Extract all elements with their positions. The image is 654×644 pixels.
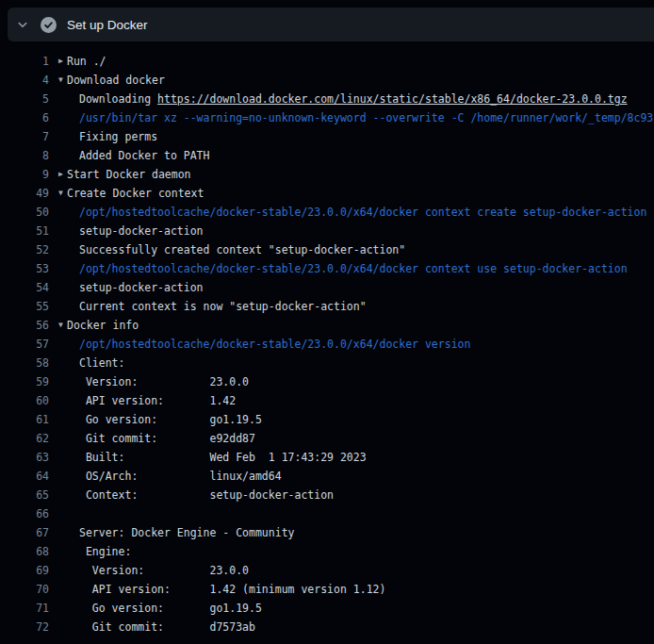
log-line: 67Server: Docker Engine - Community	[0, 523, 654, 542]
line-number[interactable]: 54	[0, 278, 49, 297]
log-line: 62 Git commit: e92dd87	[0, 429, 654, 448]
log-plain-text: Version: 23.0.0	[79, 375, 249, 388]
log-group-row[interactable]: 4▼Download docker	[0, 71, 654, 90]
group-expanded-icon: ▼	[55, 184, 67, 203]
log-group-row[interactable]: 56▼Docker info	[0, 316, 654, 335]
line-number[interactable]: 49	[0, 184, 49, 203]
line-number[interactable]: 52	[0, 240, 49, 259]
group-collapsed-icon: ▶	[55, 165, 67, 184]
line-number[interactable]: 4	[0, 71, 49, 90]
log-command-text: /opt/hostedtoolcache/docker-stable/23.0.…	[79, 262, 628, 275]
line-number[interactable]: 6	[0, 108, 49, 127]
log-line: 57/opt/hostedtoolcache/docker-stable/23.…	[0, 335, 654, 354]
line-number[interactable]: 57	[0, 335, 49, 354]
log-plain-text: Current context is now "setup-docker-act…	[79, 300, 367, 313]
line-number[interactable]: 71	[0, 599, 49, 618]
log-line: 50/opt/hostedtoolcache/docker-stable/23.…	[0, 203, 654, 222]
log-text: Added Docker to PATH	[67, 146, 209, 165]
log-text: OS/Arch: linux/amd64	[67, 467, 282, 486]
line-number[interactable]: 7	[0, 127, 49, 146]
log-line: 64 OS/Arch: linux/amd64	[0, 467, 654, 486]
line-number[interactable]: 60	[0, 391, 49, 410]
log-text: Version: 23.0.0	[67, 372, 249, 391]
line-number[interactable]: 51	[0, 222, 49, 240]
log-text: Fixing perms	[67, 127, 157, 146]
log-plain-text: Git commit: d7573ab	[79, 620, 255, 634]
log-plain-text: Built: Wed Feb 1 17:43:29 2023	[79, 451, 367, 464]
log-plain-text: API version: 1.42 (minimum version 1.12)	[79, 583, 385, 596]
log-command-text: /opt/hostedtoolcache/docker-stable/23.0.…	[79, 338, 470, 351]
log-text: Start Docker daemon	[67, 165, 191, 184]
log-line: 65 Context: setup-docker-action	[0, 486, 654, 504]
log-line: 69 Version: 23.0.0	[0, 561, 654, 580]
log-plain-text: Fixing perms	[79, 130, 157, 143]
log-group-row[interactable]: 9▶Start Docker daemon	[0, 165, 654, 184]
log-plain-text: Docker info	[67, 319, 139, 332]
line-number[interactable]: 63	[0, 448, 49, 467]
line-number[interactable]: 9	[0, 165, 49, 184]
log-plain-text: OS/Arch: linux/amd64	[79, 470, 282, 483]
log-text: Docker info	[67, 316, 139, 335]
log-plain-text: Version: 23.0.0	[79, 564, 249, 577]
log-text: Run ./	[67, 52, 106, 71]
log-command-text: /usr/bin/tar xz --warning=no-unknown-key…	[79, 111, 653, 124]
line-number[interactable]: 72	[0, 618, 49, 636]
log-text: /opt/hostedtoolcache/docker-stable/23.0.…	[67, 203, 646, 222]
line-number[interactable]: 53	[0, 259, 49, 278]
line-number[interactable]: 70	[0, 580, 49, 599]
log-line: 53/opt/hostedtoolcache/docker-stable/23.…	[0, 259, 654, 278]
log-line: 58Client:	[0, 354, 654, 372]
line-number[interactable]: 58	[0, 354, 49, 372]
line-number[interactable]: 8	[0, 146, 49, 165]
line-number[interactable]: 62	[0, 429, 49, 448]
line-number[interactable]: 68	[0, 542, 49, 561]
line-number[interactable]: 65	[0, 486, 49, 504]
line-number[interactable]: 5	[0, 90, 49, 108]
line-number[interactable]: 61	[0, 410, 49, 429]
log-group-row[interactable]: 49▼Create Docker context	[0, 184, 654, 203]
line-number[interactable]: 1	[0, 52, 49, 71]
log-text: setup-docker-action	[67, 222, 204, 240]
log-line: 66	[0, 504, 654, 523]
line-number[interactable]: 66	[0, 504, 49, 523]
log-link-url[interactable]: https://download.docker.com/linux/static…	[157, 92, 628, 106]
log-text: Go version: go1.19.5	[67, 410, 262, 429]
log-line: 61 Go version: go1.19.5	[0, 410, 654, 429]
chevron-down-icon	[17, 19, 28, 30]
log-line: 63 Built: Wed Feb 1 17:43:29 2023	[0, 448, 654, 467]
log-plain-text: Go version: go1.19.5	[79, 602, 262, 615]
log-plain-text: Download docker	[67, 74, 165, 87]
group-expanded-icon: ▼	[55, 316, 67, 335]
line-number[interactable]: 67	[0, 523, 49, 542]
line-number[interactable]: 56	[0, 316, 49, 335]
log-command-text: /opt/hostedtoolcache/docker-stable/23.0.…	[79, 206, 646, 219]
log-plain-text: Start Docker daemon	[67, 168, 191, 181]
log-line: 6/usr/bin/tar xz --warning=no-unknown-ke…	[0, 108, 654, 127]
log-output: 1▶Run ./4▼Download docker5Downloading ht…	[0, 41, 654, 644]
line-number[interactable]: 50	[0, 203, 49, 222]
check-circle-icon	[41, 17, 57, 33]
log-text: setup-docker-action	[67, 278, 204, 297]
group-expanded-icon: ▼	[55, 71, 67, 90]
line-number[interactable]: 69	[0, 561, 49, 580]
log-text: Context: setup-docker-action	[67, 486, 334, 504]
log-plain-text: Client:	[79, 356, 124, 370]
log-line: 70 API version: 1.42 (minimum version 1.…	[0, 580, 654, 599]
log-plain-text: Downloading	[79, 92, 157, 106]
log-text: Git commit: e92dd87	[67, 429, 255, 448]
log-line: 72 Git commit: d7573ab	[0, 618, 654, 636]
log-plain-text: Run ./	[67, 55, 106, 68]
line-number[interactable]: 55	[0, 297, 49, 316]
log-text: /opt/hostedtoolcache/docker-stable/23.0.…	[67, 335, 470, 354]
line-number[interactable]: 59	[0, 372, 49, 391]
log-line: 52Successfully created context "setup-do…	[0, 240, 654, 259]
log-line: 5Downloading https://download.docker.com…	[0, 90, 654, 108]
log-text: Built: Wed Feb 1 17:43:29 2023	[67, 448, 367, 467]
log-line: 71 Go version: go1.19.5	[0, 599, 654, 618]
line-number[interactable]: 64	[0, 467, 49, 486]
log-plain-text: Server: Docker Engine - Community	[79, 526, 294, 539]
log-line: 54setup-docker-action	[0, 278, 654, 297]
step-header[interactable]: Set up Docker	[8, 8, 654, 41]
log-line: 55Current context is now "setup-docker-a…	[0, 297, 654, 316]
log-group-row[interactable]: 1▶Run ./	[0, 52, 654, 71]
